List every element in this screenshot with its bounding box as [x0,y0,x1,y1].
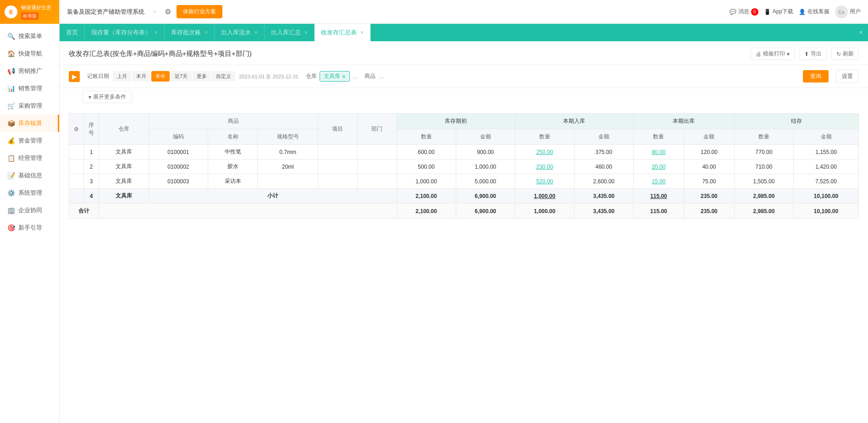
sidebar-item-inventory[interactable]: 📦 库存核算 [0,115,59,132]
marketing-icon: 📢 [7,67,15,75]
sidebar-item-search[interactable]: 🔍 搜索菜单 [0,27,59,45]
sidebar-label-search: 搜索菜单 [18,32,42,40]
row-in-qty[interactable]: 230.00 [515,159,574,174]
sidebar-label-operations: 经营管理 [18,154,42,162]
col-in-amt: 金额 [574,129,633,145]
col-department-header: 部门 [357,114,397,145]
row-settings [69,145,84,159]
sidebar-item-system[interactable]: ⚙️ 系统管理 [0,184,59,202]
logo-text: 畅捷通好生意 标准版 [21,4,51,19]
warehouse-more[interactable]: ... [353,73,357,80]
col-settings-header: ⚙ [69,114,84,145]
row-project [318,174,357,189]
tab-bar-close-all[interactable]: × [854,24,868,41]
date-btn-more[interactable]: 更多 [193,71,211,82]
tab-recv-send-close[interactable]: × [360,29,364,36]
row-out-amt: 40.00 [684,159,734,174]
user-avatar: Ea [835,5,848,18]
sidebar-item-quick-nav[interactable]: 🏠 快捷导航 [0,45,59,62]
sidebar-item-enterprise[interactable]: 🏢 企业协同 [0,202,59,219]
subtotal-label: 小计 [149,189,397,203]
subtotal-num: 4 [84,189,99,203]
date-btn-custom[interactable]: 自定义 [212,71,235,82]
col-balance-qty: 数量 [734,129,793,145]
tab-in-out-summary[interactable]: 出入库汇总 × [265,24,315,41]
online-service-action[interactable]: 👤 在线客服 [799,8,829,16]
chevron-down-icon: ▾ [787,51,790,57]
service-icon: 👤 [799,9,806,15]
tab-inventory-dist[interactable]: 现存量（库存分布表） × [85,24,165,41]
row-opening-qty: 600.00 [397,145,456,159]
col-project-header: 项目 [318,114,357,145]
app-download-action[interactable]: 📱 App下载 [764,8,793,16]
row-product-code: 0100002 [149,159,208,174]
settings-icon[interactable]: ⚙ [165,7,171,16]
tab-in-out-summary-close[interactable]: × [304,29,308,36]
refresh-btn[interactable]: ↻ 刷新 [831,48,859,60]
sidebar: 6 畅捷通好生意 标准版 🔍 搜索菜单 🏠 快捷导航 📢 营销推广 📊 销售管理… [0,0,60,423]
row-in-amt: 460.00 [574,159,633,174]
user-action[interactable]: Ea 用户 [835,5,861,18]
total-balance-amt: 10,100.00 [794,203,859,219]
inventory-icon: 📦 [7,120,15,127]
row-in-qty[interactable]: 250.00 [515,145,574,159]
col-in-qty: 数量 [515,129,574,145]
col-opening-amt: 金额 [456,129,515,145]
col-out-qty: 数量 [633,129,684,145]
settings-small-btn[interactable]: 设置 [836,70,859,83]
date-btn-last-month[interactable]: 上月 [113,71,131,82]
row-out-qty[interactable]: 80.00 [633,145,684,159]
refresh-label: 刷新 [843,50,854,58]
row-out-qty[interactable]: 15.00 [633,174,684,189]
row-out-qty[interactable]: 20.00 [633,159,684,174]
tab-batch-ledger-close[interactable]: × [205,29,208,36]
sidebar-label-enterprise: 企业协同 [18,206,42,214]
total-out-qty: 115.00 [633,203,684,219]
message-badge: 6 [751,8,758,16]
logo-icon: 6 [5,5,17,18]
print-btn[interactable]: 🖨 模板打印 ▾ [751,48,795,60]
row-opening-qty: 500.00 [397,159,456,174]
row-in-qty[interactable]: 520.00 [515,174,574,189]
system-icon: ⚙️ [7,189,15,197]
tab-inventory-dist-label: 现存量（库存分布表） [91,28,151,37]
date-btn-this-month[interactable]: 本月 [132,71,150,82]
row-project [318,159,357,174]
sidebar-item-operations[interactable]: 📋 经营管理 [0,149,59,167]
subtotal-balance-amt: 10,100.00 [794,189,859,203]
sidebar-item-purchase[interactable]: 🛒 采购管理 [0,97,59,115]
sidebar-item-basic[interactable]: 📝 基础信息 [0,167,59,184]
tab-home[interactable]: 首页 [60,24,85,41]
tab-recv-send-summary[interactable]: 收发存汇总表 × [315,24,370,41]
warehouse-remove-btn[interactable]: × [342,73,346,80]
sidebar-item-marketing[interactable]: 📢 营销推广 [0,62,59,80]
date-btn-this-year[interactable]: 本年 [151,71,170,82]
row-num: 3 [84,174,99,189]
tab-inventory-dist-close[interactable]: × [155,29,158,36]
tab-in-out-flow-close[interactable]: × [254,29,258,36]
subtotal-opening-amt: 6,900.00 [456,189,515,203]
filter-toggle-btn[interactable]: ▶ [69,71,80,82]
row-warehouse: 文具库 [99,159,149,174]
query-btn[interactable]: 查询 [803,70,829,82]
expand-label: 展开更多条件 [93,93,126,101]
operations-icon: 📋 [7,154,15,162]
row-opening-qty: 1,000.00 [397,174,456,189]
sidebar-item-sales[interactable]: 📊 销售管理 [0,80,59,97]
guide-icon: 🎯 [7,224,15,231]
tab-in-out-flow[interactable]: 出入库流水 × [215,24,265,41]
product-more[interactable]: ... [379,73,384,80]
tab-batch-ledger[interactable]: 库存批次账 × [165,24,215,41]
sidebar-label-purchase: 采购管理 [18,102,42,110]
date-btn-7days[interactable]: 近7天 [171,71,192,82]
warehouse-tag: 文具库 × [320,71,350,82]
sidebar-item-guide[interactable]: 🎯 新手引导 [0,219,59,236]
message-action[interactable]: 💬 消息 6 [730,8,758,16]
export-btn[interactable]: ⬆ 导出 [799,48,827,60]
expand-conditions-btn[interactable]: ▾ 展开更多条件 [83,91,132,103]
date-label: 记账日期 [87,72,109,80]
experience-btn[interactable]: 体验行业方案 [177,5,222,18]
sidebar-item-finance[interactable]: 💰 资金管理 [0,132,59,149]
tabbar: 首页 现存量（库存分布表） × 库存批次账 × 出入库流水 × 出入库汇总 × … [60,24,868,41]
total-row: 合计 2,100.00 6,900.00 1,000.00 3,435.00 1… [69,203,859,219]
